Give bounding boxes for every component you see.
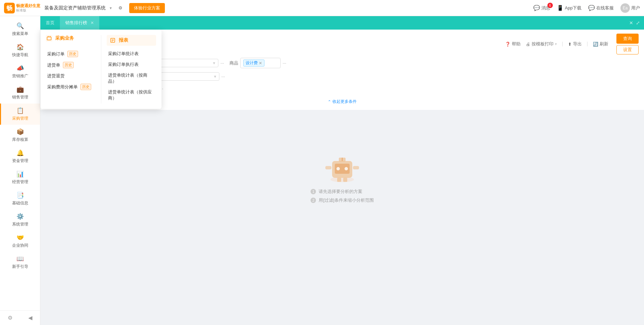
sidebar-label-system: 系统管理	[12, 221, 28, 227]
purchase-icon: 📋	[16, 107, 24, 114]
sidebar-item-basic-info[interactable]: 📑 基础信息	[0, 188, 40, 209]
tip-num-1: 1	[311, 189, 316, 194]
user-btn[interactable]: Ea 用户	[620, 3, 640, 13]
header-center: 装备及固定资产辅助管理系统 ▾ ⚙ 体验行业方案	[44, 3, 533, 13]
svg-rect-11	[47, 37, 51, 40]
sidebar-label-quick-nav: 快捷导航	[12, 52, 28, 58]
sidebar-item-inventory[interactable]: 📦 库存核算	[0, 125, 40, 146]
system-dropdown-arrow[interactable]: ▾	[110, 6, 112, 10]
sidebar-item-purchase[interactable]: 📋 采购管理	[0, 104, 40, 125]
cooperation-icon: 🤝	[16, 234, 24, 241]
goods-tag-remove[interactable]: ✕	[259, 61, 262, 66]
system-settings-icon[interactable]: ⚙	[116, 3, 125, 13]
menu-columns: 采购业务 采购订单 历史 进货单 历史 进货退货 采购费用分摊单 历史	[46, 35, 156, 104]
sidebar-label-guide: 新手引导	[12, 264, 28, 270]
notification-badge: 6	[547, 3, 553, 8]
empty-tips: 1 请先选择要分析的方案 2 用[过滤]条件来缩小分析范围	[311, 189, 373, 203]
salesperson-input[interactable]: ▾	[152, 72, 219, 81]
print-btn[interactable]: 🖨 按模板打印 ▾	[526, 41, 557, 47]
online-service-btn[interactable]: 💬 在线客服	[588, 5, 614, 11]
sidebar-label-capital: 资金管理	[12, 158, 28, 164]
capital-icon: 🔔	[16, 149, 24, 157]
salesperson-more[interactable]: ···	[221, 74, 225, 79]
sidebar-label-marketing: 营销推广	[12, 73, 28, 79]
collapse-label: 收起更多条件	[332, 99, 357, 105]
logo-icon: 畅	[4, 3, 15, 13]
svg-rect-10	[343, 178, 347, 182]
online-service-label: 在线客服	[596, 5, 614, 11]
menu-item-expense[interactable]: 采购费用分摊单 历史	[46, 81, 96, 92]
inventory-icon: 📦	[16, 128, 24, 135]
report-col-icon	[109, 37, 116, 44]
empty-tip-2: 2 用[过滤]条件来缩小分析范围	[311, 197, 373, 203]
sidebar-item-marketing[interactable]: 📣 营销推广	[0, 61, 40, 82]
svg-point-3	[336, 167, 340, 170]
menu-item-report-3[interactable]: 进货单统计表（按供应商）	[107, 87, 156, 104]
sidebar-label-sales: 销售管理	[12, 94, 28, 100]
export-btn[interactable]: ⬆ 导出	[568, 41, 582, 47]
salesperson-dropdown-arrow: ▾	[214, 74, 216, 79]
svg-rect-9	[337, 178, 341, 182]
app-download-label: App下载	[565, 5, 581, 11]
tab-expand-icon[interactable]: ⤢	[636, 20, 640, 26]
print-icon: 🖨	[526, 42, 530, 47]
purchase-col-icon	[46, 35, 52, 42]
tab-sales-rank[interactable]: 销售排行榜 ✕	[60, 16, 99, 30]
purchase-dropdown-menu: 采购业务 采购订单 历史 进货单 历史 进货退货 采购费用分摊单 历史	[40, 30, 162, 109]
logo-sub-text: 标准版	[16, 8, 40, 12]
sidebar-item-operations[interactable]: 📊 经营管理	[0, 167, 40, 188]
tab-close-all-icon[interactable]: ✕	[629, 20, 633, 26]
empty-tip-1: 1 请先选择要分析的方案	[311, 189, 373, 195]
sidebar-item-quick-nav[interactable]: 🏠 快捷导航	[0, 40, 40, 61]
collapse-btn[interactable]: ⌃ 收起更多条件	[328, 99, 357, 105]
tab-home[interactable]: 首页	[40, 16, 60, 30]
query-btn[interactable]: 查询	[616, 34, 639, 44]
tab-bar-right: ✕ ⤢	[625, 16, 644, 30]
voucher-dropdown-arrow: ▾	[213, 60, 215, 66]
message-btn[interactable]: 💬 消息 6	[533, 5, 550, 11]
sidebar-item-search[interactable]: 🔍 搜索菜单	[0, 19, 40, 40]
goods-more[interactable]: ···	[283, 60, 286, 66]
purchase-col: 采购业务 采购订单 历史 进货单 历史 进货退货 采购费用分摊单 历史	[46, 35, 96, 104]
goods-label: 商品	[229, 60, 238, 66]
menu-divider	[101, 35, 101, 104]
menu-item-goods-receipt[interactable]: 进货单 历史	[46, 59, 96, 71]
bottom-settings-icon[interactable]: ⚙	[8, 315, 12, 321]
sidebar-label-cooperation: 企业协同	[12, 243, 28, 248]
sidebar-collapse-icon[interactable]: ◀	[28, 315, 32, 321]
sidebar-item-capital[interactable]: 🔔 资金管理	[0, 146, 40, 167]
report-col: 报表 采购订单统计表 采购订单执行表 进货单统计表（按商品） 进货单统计表（按供…	[107, 35, 156, 104]
sidebar-item-system[interactable]: ⚙️ 系统管理	[0, 209, 40, 231]
voucher-status-more[interactable]: ···	[220, 60, 224, 66]
settings-btn[interactable]: 设置	[616, 45, 639, 54]
sidebar-item-sales[interactable]: 💼 销售管理	[0, 82, 40, 104]
sidebar-label-basic-info: 基础信息	[12, 200, 28, 206]
megaphone-icon: 📣	[16, 65, 24, 72]
svg-point-4	[345, 167, 348, 170]
goods-input[interactable]: 设计费 ✕	[240, 58, 281, 68]
refresh-btn[interactable]: 🔄 刷新	[593, 41, 608, 47]
tab-bar: 首页 销售排行榜 ✕ ✕ ⤢	[40, 16, 644, 30]
app-download-btn[interactable]: 📱 App下载	[557, 5, 581, 11]
print-dropdown-arrow[interactable]: ▾	[555, 42, 557, 46]
history-tag-1: 历史	[63, 62, 74, 68]
operations-icon: 📊	[16, 170, 24, 178]
header-right: 💬 消息 6 📱 App下载 💬 在线客服 Ea 用户	[533, 3, 640, 13]
home-icon: 🏠	[16, 43, 24, 51]
menu-item-report-2[interactable]: 进货单统计表（按商品）	[107, 70, 156, 87]
industry-btn[interactable]: 体验行业方案	[129, 3, 165, 13]
sidebar-item-guide[interactable]: 📖 新手引导	[0, 252, 40, 273]
help-btn[interactable]: ❓ 帮助	[505, 41, 521, 47]
menu-item-report-1[interactable]: 采购订单执行表	[107, 59, 156, 70]
tab-close-icon[interactable]: ✕	[91, 21, 94, 25]
menu-item-purchase-order[interactable]: 采购订单 历史	[46, 48, 96, 59]
filter-goods: 商品 设计费 ✕ ···	[229, 58, 286, 68]
menu-item-report-0[interactable]: 采购订单统计表	[107, 48, 156, 59]
menu-item-return[interactable]: 进货退货	[46, 71, 96, 81]
search-icon: 🔍	[16, 22, 24, 30]
tab-home-label: 首页	[46, 20, 55, 26]
help-icon: ❓	[505, 42, 510, 47]
svg-rect-8	[353, 166, 359, 169]
sidebar-item-cooperation[interactable]: 🤝 企业协同	[0, 231, 40, 252]
logo-main-text: 畅捷通好生意	[16, 3, 40, 8]
